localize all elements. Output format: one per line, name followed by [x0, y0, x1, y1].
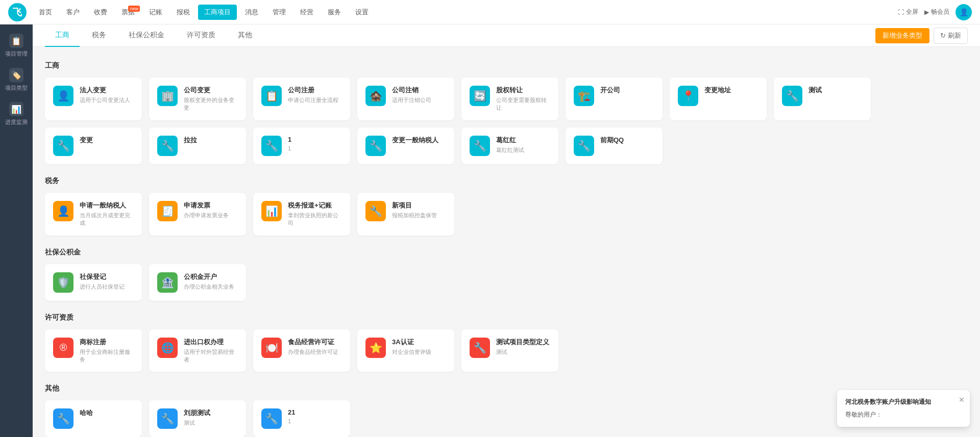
- card-test-type[interactable]: 🔧 测试项目类型定义 测试: [461, 329, 558, 372]
- user-avatar[interactable]: 👤: [955, 4, 972, 20]
- nav-item-clients[interactable]: 客户: [60, 5, 86, 20]
- twenty-one-icon: 🔧: [261, 408, 282, 429]
- change-address-icon: 📍: [678, 86, 698, 106]
- sidebar-item-project-type[interactable]: 🏷️ 项目类型: [0, 63, 33, 97]
- tab-shuiwu[interactable]: 税务: [82, 24, 116, 47]
- cards-other: 🔧 哈哈 🔧 刘朋测试 测试 🔧 21 1: [45, 400, 968, 437]
- 3a-cert-icon: ⭐: [365, 338, 386, 358]
- project-type-icon: 🏷️: [9, 68, 23, 82]
- one-icon: 🔧: [261, 136, 282, 156]
- company-change-icon: 🏢: [157, 86, 178, 106]
- housing-fund-icon: 🏦: [157, 272, 178, 293]
- liupeng-test-icon: 🔧: [157, 408, 178, 429]
- nav-item-management[interactable]: 管理: [266, 5, 292, 20]
- card-social-ins[interactable]: 🛡️ 社保登记 进行人员社保登记: [45, 264, 142, 301]
- apply-invoice-icon: 🧾: [157, 201, 178, 221]
- main-content: 工商 税务 社保公积金 许可资质 其他 新增业务类型 ↻ 刷新 工商 👤 法人变…: [33, 24, 980, 437]
- gehonghong-icon: 🔧: [470, 136, 490, 156]
- nav-item-accounting[interactable]: 记账: [143, 5, 168, 20]
- card-liupeng-test[interactable]: 🔧 刘朋测试 测试: [149, 400, 246, 437]
- nav-item-tickets[interactable]: 票据 new: [115, 5, 141, 20]
- member-button[interactable]: ▶ 畅会员: [924, 8, 949, 16]
- card-equity-transfer[interactable]: 🔄 股权转让 公司变更需要股权转让: [461, 78, 558, 120]
- card-one[interactable]: 🔧 1 1: [253, 127, 350, 164]
- progress-monitor-icon: 📊: [9, 102, 23, 116]
- change-icon: 🔧: [53, 136, 74, 156]
- nav-item-bizwork[interactable]: 工商项目: [198, 5, 237, 20]
- card-gehonghong[interactable]: 🔧 葛红红 葛红红测试: [461, 127, 558, 164]
- open-company-icon: 🏗️: [574, 86, 594, 106]
- notification-close[interactable]: ✕: [959, 394, 965, 405]
- card-apply-taxpayer[interactable]: 👤 申请一般纳税人 当月或次月成变更完成: [45, 193, 142, 236]
- haha-icon: 🔧: [53, 408, 74, 429]
- change-taxpayer-icon: 🔧: [365, 136, 386, 156]
- company-cancel-icon: 🏚️: [365, 86, 386, 106]
- cards-xuke: ® 商标注册 用于企业商标注册服务 🌐 进出口权办理 适用于对外贸易经营者 🍽️…: [45, 329, 968, 372]
- card-company-reg[interactable]: 📋 公司注册 申请公司注册全流程: [253, 78, 350, 120]
- card-change-address[interactable]: 📍 变更地址: [670, 78, 767, 120]
- card-apply-invoice[interactable]: 🧾 申请发票 办理申请发票业务: [149, 193, 246, 236]
- card-tax-report[interactable]: 📊 税务报道+记账 拿到营业执照的新公司: [253, 193, 350, 236]
- tax-report-icon: 📊: [261, 201, 282, 221]
- card-new-project[interactable]: 🔧 新项目 报税加税控盘保管: [357, 193, 454, 236]
- card-import-export[interactable]: 🌐 进出口权办理 适用于对外贸易经营者: [149, 329, 246, 372]
- tab-actions: 新增业务类型 ↻ 刷新: [875, 28, 968, 44]
- add-type-button[interactable]: 新增业务类型: [875, 28, 929, 43]
- card-company-cancel[interactable]: 🏚️ 公司注销 适用于注销公司: [357, 78, 454, 120]
- cards-gongshang: 👤 法人变更 适用于公司变更法人 🏢 公司变更 股权变更外的业务变更 📋 公司注…: [45, 78, 968, 164]
- section-title-shuiwu: 税务: [45, 176, 968, 186]
- app-logo[interactable]: 飞: [8, 3, 27, 21]
- tab-gongshang[interactable]: 工商: [45, 24, 80, 47]
- sidebar-item-progress-monitor[interactable]: 📊 进度监测: [0, 97, 33, 131]
- card-food-license[interactable]: 🍽️ 食品经营许可证 办理食品经营许可证: [253, 329, 350, 372]
- nav-right: ⛶ 全屏 ▶ 畅会员 👤: [898, 4, 972, 20]
- refresh-button[interactable]: ↻ 刷新: [934, 28, 968, 44]
- company-reg-icon: 📋: [261, 86, 282, 106]
- nav-item-tax[interactable]: 报税: [170, 5, 196, 20]
- card-twenty-one[interactable]: 🔧 21 1: [253, 400, 350, 437]
- nav-item-billing[interactable]: 收费: [88, 5, 113, 20]
- tab-xuke[interactable]: 许可资质: [177, 24, 226, 47]
- fullscreen-icon: ⛶: [898, 9, 904, 16]
- test-type-icon: 🔧: [470, 338, 490, 358]
- lala-icon: 🔧: [157, 136, 178, 156]
- nav-items: 首页 客户 收费 票据 new 记账 报税 工商项目 消息 管理 经营 服务 设…: [33, 5, 898, 20]
- section-title-other: 其他: [45, 384, 968, 393]
- notification-popup: ✕ 河北税务数字账户升级影响通知 尊敬的用户：: [837, 390, 970, 427]
- sub-tabs: 工商 税务 社保公积金 许可资质 其他 新增业务类型 ↻ 刷新: [33, 24, 980, 47]
- card-legal-change[interactable]: 👤 法人变更 适用于公司变更法人: [45, 78, 142, 120]
- tab-shebao[interactable]: 社保公积金: [118, 24, 175, 47]
- card-trademark[interactable]: ® 商标注册 用于企业商标注册服务: [45, 329, 142, 372]
- section-title-gongshang: 工商: [45, 61, 968, 70]
- card-test[interactable]: 🔧 测试: [774, 78, 871, 120]
- content-area: 工商 👤 法人变更 适用于公司变更法人 🏢 公司变更 股权变更外的业务变更 📋: [33, 47, 980, 437]
- card-housing-fund[interactable]: 🏦 公积金开户 办理公积金相关业务: [149, 264, 246, 301]
- project-mgmt-icon: 📋: [9, 34, 23, 48]
- food-license-icon: 🍽️: [261, 338, 282, 358]
- section-title-xuke: 许可资质: [45, 313, 968, 322]
- card-3a-cert[interactable]: ⭐ 3A认证 对企业信誉评级: [357, 329, 454, 372]
- member-icon: ▶: [924, 9, 929, 16]
- top-nav: 飞 首页 客户 收费 票据 new 记账 报税 工商项目 消息 管理 经营 服务…: [0, 0, 980, 24]
- apply-taxpayer-icon: 👤: [53, 201, 74, 221]
- notification-content: 尊敬的用户：: [845, 410, 962, 420]
- early-qq-icon: 🔧: [574, 136, 594, 156]
- card-early-qq[interactable]: 🔧 前期QQ: [566, 127, 663, 164]
- sidebar-item-project-mgmt[interactable]: 📋 项目管理: [0, 29, 33, 63]
- section-title-shebao: 社保公积金: [45, 248, 968, 257]
- nav-item-operations[interactable]: 经营: [294, 5, 320, 20]
- card-change[interactable]: 🔧 变更: [45, 127, 142, 164]
- tab-other[interactable]: 其他: [228, 24, 262, 47]
- sidebar: 📋 项目管理 🏷️ 项目类型 📊 进度监测: [0, 24, 33, 437]
- card-open-company[interactable]: 🏗️ 开公司: [566, 78, 663, 120]
- nav-item-settings[interactable]: 设置: [349, 5, 375, 20]
- equity-transfer-icon: 🔄: [470, 86, 490, 106]
- card-lala[interactable]: 🔧 拉拉: [149, 127, 246, 164]
- nav-item-messages[interactable]: 消息: [239, 5, 264, 20]
- fullscreen-button[interactable]: ⛶ 全屏: [898, 8, 918, 16]
- card-haha[interactable]: 🔧 哈哈: [45, 400, 142, 437]
- nav-item-home[interactable]: 首页: [33, 5, 58, 20]
- card-change-taxpayer[interactable]: 🔧 变更一般纳税人: [357, 127, 454, 164]
- nav-item-services[interactable]: 服务: [322, 5, 347, 20]
- card-company-change[interactable]: 🏢 公司变更 股权变更外的业务变更: [149, 78, 246, 120]
